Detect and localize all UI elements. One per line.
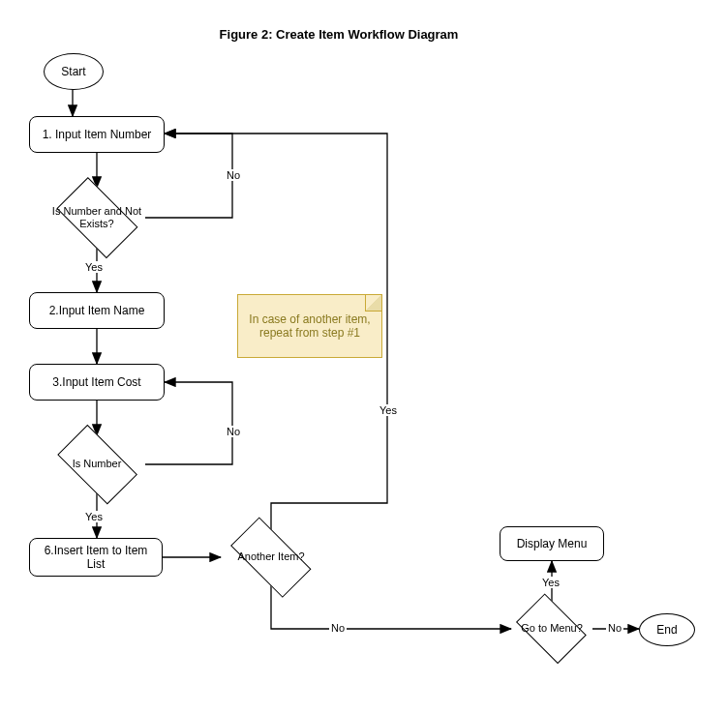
d3-no-label: No (329, 622, 347, 634)
start-terminator: Start (44, 53, 104, 90)
d4-yes-label: Yes (540, 577, 561, 588)
d3-label: Another Item? (237, 550, 304, 563)
step1-label: 1. Input Item Number (43, 128, 152, 141)
step3-process: 3.Input Item Cost (29, 364, 165, 401)
step6-process: 6.Insert Item to Item List (29, 538, 163, 577)
d1-label: Is Number and Not Exists? (48, 205, 145, 230)
step1-process: 1. Input Item Number (29, 116, 165, 153)
d2-yes-label: Yes (83, 511, 105, 522)
d2-label: Is Number (73, 458, 122, 470)
step2-process: 2.Input Item Name (29, 292, 165, 329)
display-menu-process: Display Menu (500, 526, 604, 561)
d3-decision: Another Item? (221, 530, 321, 584)
d4-no-label: No (606, 622, 623, 634)
end-terminator: End (639, 613, 695, 646)
d3-yes-label: Yes (378, 404, 399, 416)
flowchart-canvas: Figure 2: Create Item Workflow Diagram (0, 0, 728, 713)
d1-decision: Is Number and Not Exists? (48, 188, 145, 248)
d1-no-label: No (225, 169, 242, 181)
step2-label: 2.Input Item Name (49, 304, 145, 317)
step6-label: 6.Insert Item to Item List (34, 544, 158, 571)
step3-label: 3.Input Item Cost (52, 375, 140, 389)
d1-yes-label: Yes (83, 261, 105, 273)
note-line1: In case of another item, (249, 312, 370, 326)
note-fold-icon (365, 295, 381, 312)
d2-no-label: No (225, 426, 242, 437)
d4-label: Go to Menu? (521, 622, 583, 635)
annotation-note: In case of another item, repeat from ste… (237, 294, 382, 358)
start-label: Start (61, 65, 85, 78)
display-menu-label: Display Menu (517, 537, 588, 550)
d4-decision: Go to Menu? (511, 602, 592, 656)
note-line2: repeat from step #1 (259, 326, 360, 340)
d2-decision: Is Number (48, 435, 145, 493)
end-label: End (656, 623, 677, 637)
